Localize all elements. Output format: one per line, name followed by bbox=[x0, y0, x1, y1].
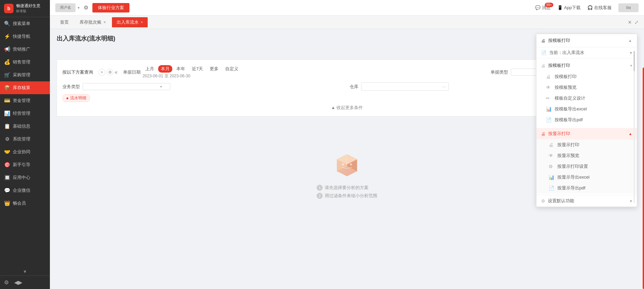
empty-illustration bbox=[330, 148, 364, 178]
sidebar-item-wechat[interactable]: 💬企业微信 bbox=[0, 184, 50, 197]
template-print-header[interactable]: 🖨 按模板打印 ▾ bbox=[536, 60, 637, 71]
date-tab-近7天[interactable]: 近7天 bbox=[189, 65, 206, 73]
date-tab-更多[interactable]: 更多 bbox=[207, 65, 221, 73]
tab-flow[interactable]: 出入库流水× bbox=[112, 17, 148, 27]
topbar-user: 用户名 ▾ bbox=[55, 3, 80, 12]
dropdown-item-display-settings[interactable]: ⚙ 按显示打印设置 bbox=[536, 161, 637, 172]
sidebar-nav: 🔍搜索菜单⚡快捷导航📢营销推广💰销售管理🛒采购管理📦库存核算💳资金管理📊经营管理… bbox=[0, 17, 50, 268]
sidebar-logo: b 畅捷通好生意 标准版 bbox=[0, 0, 50, 17]
user-name-text: 用户名 bbox=[60, 5, 71, 10]
footer-icon: ⚙ bbox=[541, 199, 545, 204]
apps-icon: 🔲 bbox=[4, 175, 10, 181]
purchase-icon: 🛒 bbox=[4, 72, 10, 78]
date-tab-上月[interactable]: 上月 bbox=[143, 65, 157, 73]
nav-label-collab: 企业协同 bbox=[13, 149, 30, 155]
tab-close-flow[interactable]: × bbox=[141, 20, 143, 25]
user-avatar-display: 用户名 bbox=[55, 3, 76, 12]
display-print-header[interactable]: 🖨 按显示打印 ▲ bbox=[536, 128, 637, 139]
maximize-btn[interactable]: ⤢ bbox=[635, 20, 639, 25]
current-arrow: ▾ bbox=[630, 50, 632, 55]
collapse-more-btn[interactable]: ▲ 收起更多条件 bbox=[331, 105, 363, 111]
sidebar-item-apps[interactable]: 🔲应用中心 bbox=[0, 171, 50, 184]
dropdown-item-display-preview[interactable]: 👁 按显示预览 bbox=[536, 150, 637, 161]
template-print-section: 🖨 按模板打印 ▾ 🖨 按模板打印 👁 按模板预览 ✏ 模板自定义设计 📊 按模… bbox=[536, 58, 637, 127]
nav-label-system: 系统管理 bbox=[13, 136, 30, 142]
sidebar-item-basic[interactable]: 📋基础信息 bbox=[0, 120, 50, 133]
dropdown-item-template-design[interactable]: ✏ 模板自定义设计 bbox=[536, 93, 637, 104]
date-filter: 单据日期 上月本月本年近7天更多自定义 2023-06-01 至 2023-06… bbox=[123, 65, 348, 79]
item-icon-2: 👁 bbox=[546, 85, 551, 90]
settings-icon[interactable]: ⚙ bbox=[4, 279, 9, 286]
sidebar-item-system[interactable]: ⚙系统管理 bbox=[0, 133, 50, 146]
current-template-row[interactable]: 📄 当前：出入库流水 ▾ bbox=[536, 47, 637, 58]
sidebar-item-collab[interactable]: 🤝企业协同 bbox=[0, 146, 50, 158]
tab-close-batch[interactable]: × bbox=[104, 20, 106, 25]
nav-label-inventory: 库存核算 bbox=[13, 85, 30, 91]
dropdown-item-display-print[interactable]: 🖨 按显示打印 bbox=[536, 139, 637, 150]
sidebar-item-purchase[interactable]: 🛒采购管理 bbox=[0, 69, 50, 81]
tab-home[interactable]: 首页 bbox=[55, 17, 74, 27]
download-icon: 📱 bbox=[557, 5, 563, 10]
dropdown-item-display-excel[interactable]: 📊 按显示导出excel bbox=[536, 172, 637, 183]
warehouse-label: 仓库 bbox=[350, 84, 358, 90]
operations-icon: 📊 bbox=[4, 110, 10, 116]
date-tab-本年[interactable]: 本年 bbox=[174, 65, 188, 73]
biz-filter: 业务类型 ▾ bbox=[62, 83, 344, 90]
sidebar-item-shortcut[interactable]: ⚡快捷导航 bbox=[0, 30, 50, 43]
online-service-item[interactable]: 🎧 在线客服 bbox=[587, 5, 612, 11]
sidebar-item-member[interactable]: 👑畅会员 bbox=[0, 197, 50, 210]
sidebar-toggle-icon[interactable]: ◀▶ bbox=[14, 279, 22, 286]
message-item[interactable]: 💬 消息 99+ bbox=[535, 5, 551, 11]
tabs-bar: 首页库存批次账×出入库流水× ✕ ⤢ bbox=[50, 16, 644, 29]
dropdown-item-template-pdf[interactable]: 📄 按模板导出pdf bbox=[536, 114, 637, 125]
topbar-gear-icon[interactable]: ⚙ bbox=[84, 4, 88, 11]
logo-text-block: 畅捷通好生意 标准版 bbox=[16, 3, 40, 14]
filter-collapse-btn[interactable]: « bbox=[115, 69, 118, 75]
dropdown-footer[interactable]: ⚙ 设置默认功能 ▾ bbox=[536, 195, 637, 207]
dropdown-item-template-preview[interactable]: 👁 按模板预览 bbox=[536, 82, 637, 93]
item-icon-d1: 🖨 bbox=[549, 142, 554, 148]
sidebar-item-marketing[interactable]: 📢营销推广 bbox=[0, 43, 50, 56]
sidebar-item-finance[interactable]: 💳资金管理 bbox=[0, 94, 50, 107]
sidebar-item-search[interactable]: 🔍搜索菜单 bbox=[0, 17, 50, 30]
logo-icon: b bbox=[4, 4, 13, 13]
sidebar-scroll-down[interactable]: ▼ bbox=[0, 268, 50, 275]
current-template-info: 📄 当前：出入库流水 bbox=[541, 50, 584, 56]
sub-filter-tag[interactable]: ● 流水明细 bbox=[62, 94, 90, 102]
date-tab-自定义[interactable]: 自定义 bbox=[223, 65, 241, 73]
item-icon-d3: ⚙ bbox=[549, 164, 554, 169]
dropdown-item-template-excel[interactable]: 📊 按模板导出excel bbox=[536, 104, 637, 114]
nav-label-purchase: 采购管理 bbox=[13, 72, 30, 78]
dropdown-collapse-btn[interactable]: ▲ bbox=[628, 38, 632, 43]
tab-label-flow: 出入库流水 bbox=[117, 19, 139, 25]
dropdown-item-display-pdf[interactable]: 📄 按显示导出pdf bbox=[536, 183, 637, 193]
filter-label: 按以下方案查询 bbox=[62, 69, 93, 75]
biz-type-select[interactable]: ▾ bbox=[83, 83, 170, 90]
sub-filter-label: 流水明细 bbox=[70, 95, 86, 101]
date-tab-本月[interactable]: 本月 bbox=[158, 65, 172, 73]
item-icon-d5: 📄 bbox=[549, 185, 554, 191]
sidebar-item-guide[interactable]: 🎯新手引导 bbox=[0, 158, 50, 171]
sidebar-item-inventory[interactable]: 📦库存核算 bbox=[0, 81, 50, 94]
sales-icon: 💰 bbox=[4, 59, 10, 65]
tab-label-batch: 库存批次账 bbox=[80, 19, 101, 25]
sidebar-item-operations[interactable]: 📊经营管理 bbox=[0, 107, 50, 120]
biz-type-arrow: ▾ bbox=[160, 85, 162, 88]
filter-settings-btn[interactable]: ⚙ bbox=[107, 69, 113, 76]
nav-label-apps: 应用中心 bbox=[13, 175, 30, 181]
user-dropdown-icon[interactable]: ▾ bbox=[78, 5, 80, 10]
app-download-item[interactable]: 📱 App下载 bbox=[557, 5, 581, 11]
inventory-icon: 📦 bbox=[4, 85, 10, 91]
warehouse-input[interactable]: ··· bbox=[361, 82, 449, 91]
user-profile-avatar[interactable]: Rit bbox=[618, 3, 639, 12]
svg-point-6 bbox=[342, 163, 344, 165]
industry-btn[interactable]: 体验行业方案 bbox=[92, 3, 129, 12]
close-tab-btn[interactable]: ✕ bbox=[628, 20, 632, 25]
basic-icon: 📋 bbox=[4, 123, 10, 129]
filter-add-btn[interactable]: + bbox=[98, 69, 105, 76]
nav-label-basic: 基础信息 bbox=[13, 123, 30, 129]
sidebar-item-sales[interactable]: 💰销售管理 bbox=[0, 56, 50, 69]
tab-batch[interactable]: 库存批次账× bbox=[75, 17, 111, 27]
dropdown-item-template-print[interactable]: 🖨 按模板打印 bbox=[536, 71, 637, 82]
nav-label-member: 畅会员 bbox=[13, 200, 26, 206]
